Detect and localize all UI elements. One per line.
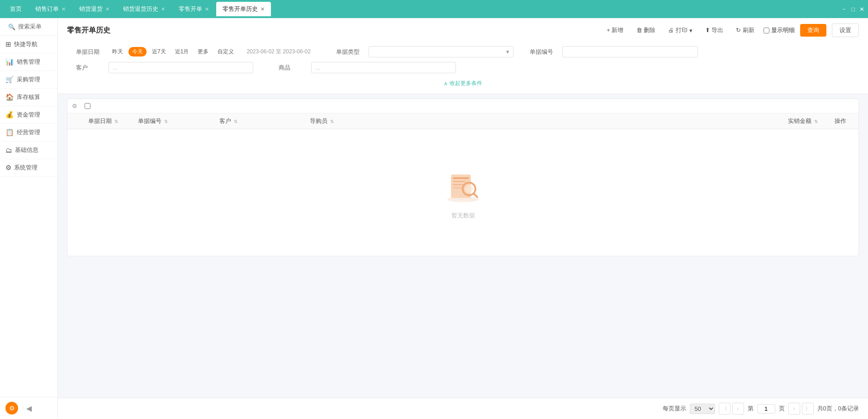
tab-retail-open-history-close[interactable]: ✕ [261, 6, 265, 12]
date-opt-month[interactable]: 近1月 [171, 47, 193, 56]
delete-button[interactable]: 🗑 删除 [633, 24, 659, 36]
tab-sales-return-label: 销货退货 [79, 5, 103, 13]
date-opt-week[interactable]: 近7天 [148, 47, 170, 56]
export-button[interactable]: ⬆ 导出 [702, 24, 727, 36]
export-label: ⬆ 导出 [705, 26, 724, 34]
col-guide-sort[interactable]: ⇅ [330, 119, 334, 124]
tab-sales-return-history-close[interactable]: ✕ [161, 6, 165, 12]
page-nav: 《 ‹ 第 页 › 》 [719, 403, 814, 414]
add-button[interactable]: + 新增 [603, 24, 627, 36]
page-prev-button[interactable]: ‹ [732, 403, 744, 414]
customer-placeholder: ... [113, 64, 118, 71]
date-opt-custom[interactable]: 自定义 [214, 47, 237, 56]
sidebar-collapse-icon: ◀ [26, 404, 32, 413]
col-op-label: 操作 [835, 118, 846, 124]
tab-retail-open[interactable]: 零售开单 ✕ [172, 2, 215, 16]
date-range: 2023-06-02 至 2023-06-02 [247, 48, 310, 56]
page-first-button[interactable]: 《 [719, 403, 730, 414]
col-amount-sort[interactable]: ⇅ [814, 119, 818, 124]
col-header-amount[interactable]: 实销金额 ⇅ [768, 113, 822, 129]
delete-label: 🗑 删除 [636, 26, 656, 34]
date-opt-more[interactable]: 更多 [194, 47, 212, 56]
tab-retail-open-close[interactable]: ✕ [205, 6, 209, 12]
window-maximize[interactable]: □ [851, 6, 855, 13]
table-header: 单据日期 ⇅ 单据编号 ⇅ 客户 ⇅ [67, 113, 859, 129]
date-opt-yesterday[interactable]: 昨天 [109, 47, 127, 56]
col-no-label: 单据编号 [138, 118, 161, 124]
sidebar-item-purchase-mgmt[interactable]: 🛒 采购管理 [0, 71, 57, 89]
goods-select[interactable]: ... [311, 62, 456, 73]
collapse-icon: ∧ [444, 80, 448, 87]
empty-state: 暂无数据 [67, 129, 859, 256]
col-header-guide[interactable]: 导购员 ⇅ [305, 113, 360, 129]
type-select[interactable]: ▾ [369, 46, 513, 57]
sidebar-item-operations-label: 经营管理 [17, 128, 40, 137]
sidebar-item-operations[interactable]: 📋 经营管理 [0, 124, 57, 141]
collapse-filter-button[interactable]: ∧ 收起更多条件 [76, 78, 850, 89]
page-last-button[interactable]: 》 [802, 403, 814, 414]
page-next-button[interactable]: › [788, 403, 800, 414]
settings-button[interactable]: 设置 [832, 24, 859, 37]
tab-retail-open-history[interactable]: 零售开单历史 ✕ [216, 2, 271, 16]
col-header-op: 操作 [822, 113, 859, 129]
customer-label: 客户 [76, 64, 101, 72]
page-input[interactable] [757, 404, 775, 414]
col-customer-sort[interactable]: ⇅ [234, 119, 237, 124]
col-header-customer[interactable]: 客户 ⇅ [215, 113, 305, 129]
col-date-label: 单据日期 [88, 118, 112, 124]
no-input[interactable] [562, 46, 698, 57]
empty-text: 暂无数据 [451, 212, 475, 220]
sidebar-item-system[interactable]: ⚙ 系统管理 [0, 159, 57, 177]
sidebar-search[interactable]: 🔍 搜索采单 [0, 18, 57, 36]
display-detail-label: 显示明细 [771, 26, 795, 34]
date-options: 昨天 今天 近7天 近1月 更多 自定义 [109, 47, 237, 56]
tab-sales-return-close[interactable]: ✕ [105, 6, 109, 12]
col-header-date[interactable]: 单据日期 ⇅ [84, 113, 133, 129]
tab-home[interactable]: 首页 [4, 2, 28, 16]
empty-illustration [443, 165, 484, 206]
print-label: 🖨 打印 [668, 26, 688, 34]
window-controls: － □ ✕ [841, 5, 864, 13]
sidebar-settings-button[interactable]: ⚙ [5, 402, 18, 414]
tab-sales-return[interactable]: 销货退货 ✕ [73, 2, 116, 16]
system-icon: ⚙ [5, 164, 11, 172]
customer-select[interactable]: ... [109, 62, 253, 73]
table-container: ⚙ 单据日期 ⇅ 单据编号 ⇅ [67, 99, 859, 256]
display-detail-checkbox[interactable] [764, 28, 769, 33]
tab-retail-open-label: 零售开单 [179, 5, 202, 13]
print-button[interactable]: 🖨 打印 ▾ [664, 24, 696, 36]
page-title-row: 零售开单历史 + 新增 🗑 删除 🖨 打印 ▾ ⬆ 导出 [67, 24, 859, 37]
refresh-button[interactable]: ↻ 刷新 [732, 24, 758, 36]
sidebar-item-basic-info[interactable]: 🗂 基础信息 [0, 141, 57, 159]
no-label: 单据编号 [530, 48, 555, 56]
display-detail[interactable]: 显示明细 [764, 26, 795, 34]
col-no-sort[interactable]: ⇅ [164, 119, 168, 124]
sidebar-item-quick-nav[interactable]: ⊞ 快捷导航 [0, 36, 57, 53]
sidebar-item-basic-info-label: 基础信息 [15, 146, 38, 154]
sidebar-item-finance[interactable]: 💰 资金管理 [0, 106, 57, 124]
goods-label: 商品 [279, 64, 304, 72]
col-header-extra [360, 113, 768, 129]
table-settings-icon[interactable]: ⚙ [72, 103, 77, 109]
col-date-sort[interactable]: ⇅ [114, 119, 118, 124]
sidebar-item-inventory[interactable]: 🏠 库存核算 [0, 89, 57, 106]
table-toolbar: ⚙ [67, 99, 859, 113]
page-size-select[interactable]: 50 10 20 100 [690, 404, 715, 414]
svg-rect-3 [453, 181, 465, 182]
window-close[interactable]: ✕ [859, 6, 864, 13]
sidebar-item-sales-mgmt-label: 销售管理 [17, 58, 40, 66]
purchase-mgmt-icon: 🛒 [5, 75, 14, 84]
sidebar-collapse-button[interactable]: ◀ [23, 402, 35, 414]
tab-sales-order[interactable]: 销售订单 ✕ [29, 2, 72, 16]
date-opt-today[interactable]: 今天 [128, 47, 147, 56]
total-info: 共0页，0条记录 [817, 405, 859, 413]
window-minimize[interactable]: － [841, 5, 847, 13]
select-all-checkbox[interactable] [85, 103, 90, 109]
type-arrow-icon: ▾ [506, 48, 509, 55]
tab-sales-order-label: 销售订单 [35, 5, 59, 13]
sidebar-item-sales-mgmt[interactable]: 📊 销售管理 [0, 53, 57, 71]
query-button[interactable]: 查询 [800, 24, 826, 37]
col-header-no[interactable]: 单据编号 ⇅ [133, 113, 215, 129]
tab-sales-order-close[interactable]: ✕ [62, 6, 66, 12]
tab-sales-return-history[interactable]: 销货退货历史 ✕ [117, 2, 171, 16]
